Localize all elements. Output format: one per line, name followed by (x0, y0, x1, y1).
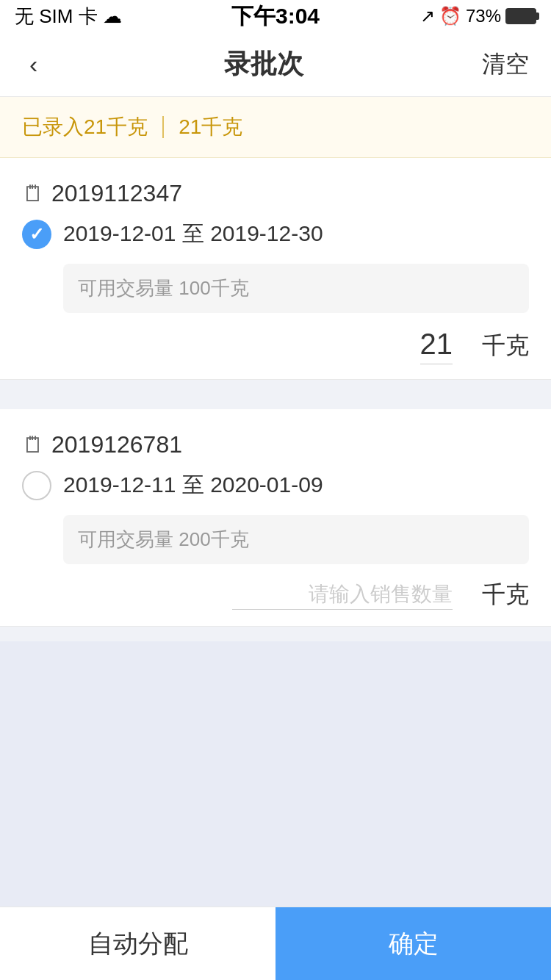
batch2-date: 2019-12-11 至 2020-01-09 (63, 470, 323, 500)
confirm-button[interactable]: 确定 (276, 907, 551, 980)
batch2-item: 🗒 2019126781 2019-12-11 至 2020-01-09 可用交… (0, 409, 551, 564)
batch1-id: 2019112347 (51, 180, 182, 207)
footer: 自动分配 确定 (0, 907, 551, 980)
batch1-header: 🗒 2019112347 (22, 180, 529, 207)
batch2-available: 可用交易量 200千克 (78, 528, 249, 550)
section-separator (0, 394, 551, 409)
batch1-icon: 🗒 (22, 181, 44, 206)
nav-bar: ‹ 录批次 清空 (0, 32, 551, 97)
battery-text: 73% (466, 6, 501, 26)
batch2-quantity-row: 千克 (0, 564, 551, 627)
status-left: 无 SIM 卡 ☁ (15, 4, 122, 29)
batch2-unit: 千克 (482, 579, 529, 611)
batch2-icon: 🗒 (22, 433, 44, 458)
batch1-unit: 千克 (482, 330, 529, 362)
batch1-card: 🗒 2019112347 2019-12-01 至 2019-12-30 可用交… (0, 158, 551, 380)
batch2-card: 🗒 2019126781 2019-12-11 至 2020-01-09 可用交… (0, 409, 551, 627)
status-time: 下午3:04 (231, 1, 320, 32)
summary-divider (162, 116, 164, 138)
batch1-quantity-row: 21 千克 (0, 313, 551, 380)
batch2-radio[interactable] (22, 471, 51, 500)
batch1-quantity-value: 21 (420, 328, 453, 361)
batch2-available-box: 可用交易量 200千克 (63, 515, 529, 564)
page-title: 录批次 (224, 46, 303, 82)
back-button[interactable]: ‹ (22, 43, 45, 86)
clear-button[interactable]: 清空 (482, 48, 529, 81)
batch2-date-row[interactable]: 2019-12-11 至 2020-01-09 (22, 470, 529, 500)
batch1-date: 2019-12-01 至 2019-12-30 (63, 219, 323, 249)
batch2-id: 2019126781 (51, 431, 182, 458)
alarm-icon: ⏰ (439, 6, 461, 26)
summary-recorded: 已录入21千克 (22, 113, 148, 141)
batch1-date-row[interactable]: 2019-12-01 至 2019-12-30 (22, 219, 529, 249)
summary-bar: 已录入21千克 21千克 (0, 97, 551, 158)
batch1-available: 可用交易量 100千克 (78, 277, 249, 299)
batch2-quantity-input[interactable] (232, 581, 453, 606)
status-right: ↗ ⏰ 73% (420, 6, 536, 26)
auto-distribute-button[interactable]: 自动分配 (0, 907, 276, 980)
sim-text: 无 SIM 卡 ☁ (15, 4, 122, 29)
location-icon: ↗ (420, 6, 435, 26)
batch1-radio[interactable] (22, 220, 51, 249)
batch2-header: 🗒 2019126781 (22, 431, 529, 458)
status-bar: 无 SIM 卡 ☁ 下午3:04 ↗ ⏰ 73% (0, 0, 551, 32)
batch1-available-box: 可用交易量 100千克 (63, 264, 529, 313)
battery-icon (505, 8, 536, 24)
summary-total: 21千克 (179, 113, 242, 141)
gray-fill-area (0, 641, 551, 935)
batch1-item: 🗒 2019112347 2019-12-01 至 2019-12-30 可用交… (0, 158, 551, 313)
